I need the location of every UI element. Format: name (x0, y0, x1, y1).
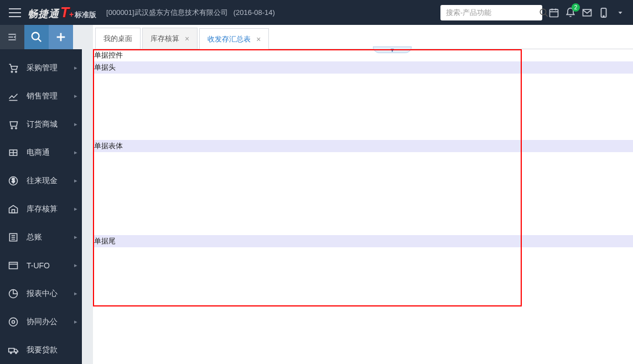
cart-icon (8, 63, 19, 74)
sidebar-item-label: 往来现金 (27, 176, 58, 186)
gutter (82, 49, 93, 364)
sidebar-item-ecommerce[interactable]: 电商通 ▸ (0, 138, 82, 167)
sidebar-item-purchase[interactable]: 采购管理 ▸ (0, 54, 82, 82)
brand-chinese: 畅捷通 (28, 7, 59, 20)
sidebar-item-tufo[interactable]: T-UFO ▸ (0, 251, 82, 279)
tab-label: 我的桌面 (103, 34, 132, 44)
truck-icon (8, 345, 19, 356)
brand-edition: 标准版 (75, 10, 96, 20)
search-input[interactable] (446, 8, 539, 17)
tab-summary[interactable]: 收发存汇总表 × (199, 28, 269, 49)
sidebar-item-label: 订货商城 (27, 119, 58, 129)
chart-icon (8, 91, 19, 102)
chevron-right-icon: ▸ (74, 205, 77, 212)
sidebar-item-label: 电商通 (27, 148, 50, 158)
svg-point-39 (11, 352, 12, 353)
svg-point-36 (9, 318, 18, 326)
search-button[interactable] (24, 25, 49, 49)
sidebar-item-label: 库存核算 (27, 204, 58, 214)
svg-point-22 (15, 127, 17, 129)
dropdown-icon[interactable] (612, 4, 629, 21)
company-label: [000001]武汉盛东方信息技术有限公司 (106, 8, 228, 18)
svg-rect-28 (12, 209, 15, 212)
svg-point-14 (32, 33, 39, 40)
tab-label: 库存核算 (151, 34, 179, 44)
close-icon[interactable]: × (256, 35, 261, 44)
brand-logo: 畅捷通 T + 标准版 (28, 4, 96, 21)
warehouse-icon (8, 204, 19, 215)
svg-point-21 (11, 127, 13, 129)
chevron-right-icon: ▸ (74, 121, 77, 128)
tab-desktop[interactable]: 我的桌面 (95, 28, 141, 49)
sidebar-item-label: 采购管理 (27, 63, 58, 73)
tufo-icon (8, 260, 19, 271)
brand-t: T (60, 4, 69, 21)
chevron-right-icon: ▸ (74, 233, 77, 241)
svg-rect-33 (9, 262, 18, 269)
svg-point-18 (11, 71, 13, 72)
toolbar-row: 我的桌面 库存核算 × 收发存汇总表 × (0, 25, 633, 49)
tab-label: 收发存汇总表 (207, 34, 251, 44)
sidebar-item-sales[interactable]: 销售管理 ▸ (0, 82, 82, 110)
svg-point-37 (12, 320, 15, 323)
content-area: ▼ 单据控件 单据头 单据表体 单据尾 (93, 49, 633, 364)
basket-icon (8, 119, 19, 130)
chevron-right-icon: ▸ (74, 290, 77, 297)
svg-point-19 (15, 71, 17, 72)
app-header: 畅捷通 T + 标准版 [000001]武汉盛东方信息技术有限公司 (2016-… (0, 0, 633, 25)
sidebar-item-inventory[interactable]: 库存核算 ▸ (0, 195, 82, 223)
sidebar-item-collab[interactable]: 协同办公 ▸ (0, 308, 82, 336)
sidebar-item-cash[interactable]: $ 往来现金 ▸ (0, 167, 82, 195)
sidebar-item-label: T-UFO (27, 261, 50, 270)
hamburger-menu-icon[interactable] (9, 8, 21, 17)
chevron-right-icon: ▸ (74, 64, 77, 71)
brand-plus: + (69, 10, 74, 19)
sidebar-item-label: 销售管理 (27, 91, 58, 101)
collab-icon (8, 316, 19, 327)
svg-text:$: $ (12, 178, 15, 184)
svg-rect-2 (550, 9, 558, 17)
svg-point-9 (603, 15, 604, 17)
highlight-frame (93, 49, 522, 306)
bell-icon[interactable]: 2 (562, 4, 579, 21)
collapse-button[interactable] (0, 25, 24, 49)
tab-bar: 我的桌面 库存核算 × 收发存汇总表 × (93, 25, 633, 49)
svg-rect-38 (9, 348, 14, 352)
sidebar-item-label: 报表中心 (27, 289, 58, 299)
close-icon[interactable]: × (185, 34, 189, 43)
main-area: 采购管理 ▸ 销售管理 ▸ 订货商城 ▸ 电商通 ▸ $ (0, 49, 633, 364)
calendar-icon[interactable] (546, 4, 562, 21)
chevron-right-icon: ▸ (74, 318, 77, 325)
svg-point-40 (15, 352, 17, 353)
sidebar-item-loan[interactable]: 我要贷款 (0, 336, 82, 364)
search-box[interactable] (440, 5, 542, 20)
mail-icon[interactable] (579, 4, 595, 21)
sidebar-item-label: 我要贷款 (27, 345, 58, 355)
svg-line-15 (38, 39, 41, 42)
sidebar-item-label: 协同办公 (27, 317, 58, 327)
sidebar-item-ledger[interactable]: 总账 ▸ (0, 223, 82, 251)
ledger-icon (8, 232, 19, 243)
sidebar-item-order-mall[interactable]: 订货商城 ▸ (0, 110, 82, 138)
dollar-icon: $ (8, 175, 19, 186)
chevron-right-icon: ▸ (74, 92, 77, 100)
svg-marker-10 (619, 12, 622, 14)
chevron-right-icon: ▸ (74, 262, 77, 269)
ecommerce-icon (8, 147, 19, 158)
sidebar-item-label: 总账 (27, 232, 42, 242)
sidebar: 采购管理 ▸ 销售管理 ▸ 订货商城 ▸ 电商通 ▸ $ (0, 49, 82, 364)
date-label: (2016-08-14) (234, 8, 275, 17)
add-button[interactable] (49, 25, 73, 49)
chevron-right-icon: ▸ (74, 149, 77, 156)
phone-icon[interactable] (595, 4, 612, 21)
tab-inventory[interactable]: 库存核算 × (142, 28, 198, 49)
chevron-right-icon: ▸ (74, 177, 77, 184)
sidebar-item-report-center[interactable]: 报表中心 ▸ (0, 279, 82, 308)
pie-icon (8, 288, 19, 299)
